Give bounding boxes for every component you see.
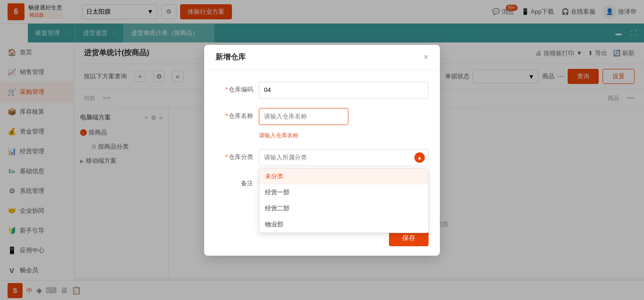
category-label: *仓库分类 — [215, 149, 253, 161]
notes-label: 备注 — [215, 175, 253, 188]
form-row-name: *仓库名称 请输入仓库名称 — [215, 108, 429, 140]
form-row-code: *仓库编码 — [215, 82, 429, 99]
form-row-name-inner: *仓库名称 — [215, 108, 429, 125]
category-dropdown: ▲ 未分类 经营一部 经营二部 物业部 — [259, 149, 429, 166]
modal-body: *仓库编码 *仓库名称 请输入仓库名称 — [204, 70, 440, 225]
dropdown-item-ops1[interactable]: 经营一部 — [259, 184, 428, 200]
warehouse-name-error: 请输入仓库名称 — [259, 132, 298, 140]
modal-header: 新增仓库 × — [204, 45, 440, 70]
dropdown-arrow-btn[interactable]: ▲ — [414, 152, 425, 163]
warehouse-name-input[interactable] — [259, 108, 348, 125]
warehouse-name-wrap — [259, 108, 429, 125]
dropdown-item-unclassified[interactable]: 未分类 — [259, 168, 428, 184]
modal-close-btn[interactable]: × — [423, 53, 429, 61]
warehouse-name-label: *仓库名称 — [215, 108, 253, 125]
warehouse-code-label: *仓库编码 — [215, 82, 253, 94]
modal-title: 新增仓库 — [215, 52, 246, 62]
modal-overlay: 新增仓库 × *仓库编码 *仓库名称 — [0, 0, 644, 300]
dropdown-item-ops2[interactable]: 经营二部 — [259, 200, 428, 217]
dropdown-list: 未分类 经营一部 经营二部 物业部 — [259, 168, 429, 233]
error-row: 请输入仓库名称 — [215, 131, 429, 140]
modal-new-warehouse: 新增仓库 × *仓库编码 *仓库名称 — [204, 45, 440, 256]
form-row-category: *仓库分类 ▲ 未分类 经营一部 经营二部 物业部 — [215, 149, 429, 166]
warehouse-code-input[interactable] — [259, 82, 429, 99]
category-input[interactable] — [259, 149, 429, 166]
dropdown-item-property[interactable]: 物业部 — [259, 217, 428, 233]
